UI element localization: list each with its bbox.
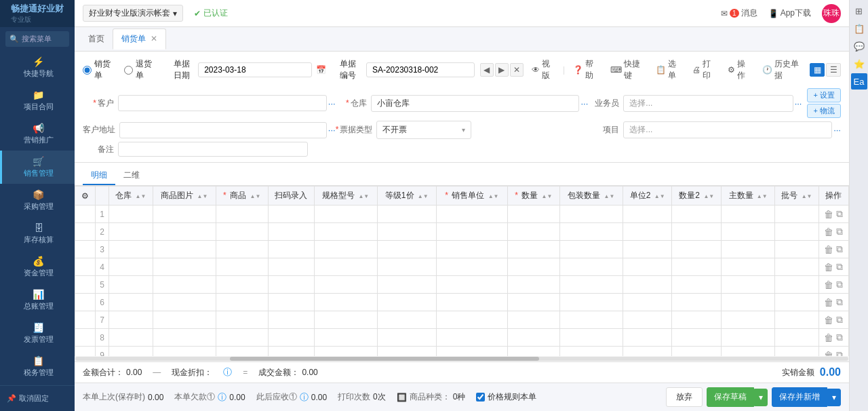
discard-button[interactable]: 放弃	[666, 387, 703, 407]
row-pack-qty[interactable]	[559, 206, 623, 223]
col-spec[interactable]: 规格型号 ▲▼	[314, 187, 377, 206]
delete-row-button[interactable]: 🗑	[824, 315, 833, 326]
sidebar-item-capital[interactable]: 💰 资金管理	[0, 250, 75, 283]
copy-row-button[interactable]: ⧉	[836, 261, 843, 273]
copy-row-button[interactable]: ⧉	[836, 349, 843, 356]
radio-return-order[interactable]: 退货单	[124, 58, 157, 81]
sidebar-item-inventory[interactable]: 🗄 库存核算	[0, 217, 75, 250]
customer-input[interactable]	[118, 95, 327, 111]
rp-button-1[interactable]: ⊞	[851, 3, 867, 19]
col-pack-qty[interactable]: 包装数量 ▲▼	[559, 187, 623, 206]
help-button[interactable]: ❓ 帮助	[569, 57, 602, 83]
sidebar-item-sales[interactable]: 🛒 销售管理	[0, 151, 75, 184]
delete-row-button[interactable]: 🗑	[824, 297, 833, 308]
remark-input[interactable]	[118, 142, 308, 157]
sidebar-item-marketing[interactable]: 📢 营销推广	[0, 117, 75, 151]
tab-home[interactable]: 首页	[80, 29, 113, 49]
project-input[interactable]: 选择...	[623, 121, 832, 138]
col-qty[interactable]: 数量 ▲▼	[507, 187, 559, 206]
company-selector[interactable]: 好业财专业版演示帐套 ▾	[83, 5, 183, 22]
copy-row-button[interactable]: ⧉	[836, 314, 843, 326]
col-product[interactable]: 商品 ▲▼	[216, 187, 268, 206]
row-product[interactable]	[216, 206, 268, 223]
unpin-button[interactable]: 📌 取消固定	[4, 390, 71, 407]
invoice-type-select[interactable]: 不开票 ▾	[376, 121, 471, 139]
col-settings[interactable]: ⚙	[75, 187, 96, 206]
row-barcode[interactable]	[268, 206, 314, 223]
layout-grid-button[interactable]: ▦	[810, 63, 825, 77]
col-warehouse[interactable]: 仓库 ▲▼	[109, 187, 153, 206]
address-more-icon[interactable]: ···	[328, 125, 336, 135]
row-settings[interactable]	[75, 206, 96, 223]
history-button[interactable]: 🕐 历史单据	[758, 57, 806, 83]
salesperson-more-icon[interactable]: ···	[795, 98, 802, 109]
doc-number-input[interactable]	[366, 62, 475, 77]
sidebar-item-invoice[interactable]: 🧾 发票管理	[0, 317, 75, 350]
save-draft-dropdown-arrow[interactable]: ▾	[754, 389, 768, 406]
date-input[interactable]	[198, 62, 312, 77]
project-more-icon[interactable]: ···	[833, 125, 841, 135]
radio-sales-order[interactable]: 销货单	[83, 58, 116, 81]
row-unit2[interactable]	[623, 206, 672, 223]
col-image[interactable]: 商品图片 ▲▼	[153, 187, 216, 206]
customer-more-icon[interactable]: ···	[328, 98, 336, 109]
tab-sales-order[interactable]: 销货单 ✕	[113, 28, 166, 50]
col-batch[interactable]: 批号 ▲▼	[775, 187, 819, 206]
delete-row-button[interactable]: 🗑	[824, 279, 833, 290]
delete-row-button[interactable]: 🗑	[824, 350, 833, 357]
setup-button[interactable]: + 设置	[807, 88, 841, 102]
info-help-icon[interactable]: ⓘ	[223, 366, 232, 378]
save-new-button[interactable]: 保存并新增	[772, 387, 827, 407]
app-download-button[interactable]: 📱 App下载	[768, 7, 811, 19]
col-unit[interactable]: 销售单位 ▲▼	[436, 187, 507, 206]
print-button[interactable]: 🖨 打印	[688, 57, 719, 83]
select-order-button[interactable]: 📋 选单	[652, 57, 685, 83]
row-price[interactable]	[377, 206, 436, 223]
save-new-dropdown-arrow[interactable]: ▾	[827, 389, 841, 406]
calendar-icon[interactable]: 📅	[316, 65, 326, 75]
save-draft-button[interactable]: 保存草稿	[707, 387, 754, 407]
receivable-info-icon[interactable]: ⓘ	[300, 391, 309, 404]
next-record-button[interactable]: ▶	[495, 63, 509, 77]
debt-info-icon[interactable]: ⓘ	[218, 391, 226, 404]
col-barcode[interactable]: 扫码录入	[268, 187, 314, 206]
row-batch[interactable]	[775, 206, 819, 223]
warehouse-input[interactable]: 小亩仓库	[371, 95, 580, 112]
shortcuts-button[interactable]: ⌨ 快捷键	[606, 57, 648, 83]
copy-row-button[interactable]: ⧉	[836, 208, 843, 220]
close-record-button[interactable]: ✕	[510, 63, 524, 77]
tab-close-icon[interactable]: ✕	[151, 34, 157, 43]
tab-2d[interactable]: 二维	[115, 167, 148, 185]
row-main-qty[interactable]	[722, 206, 775, 223]
horizontal-scrollbar[interactable]	[75, 356, 849, 361]
row-settings[interactable]	[75, 223, 96, 241]
col-qty2[interactable]: 数量2 ▲▼	[672, 187, 722, 206]
rp-button-4[interactable]: ⭐	[851, 56, 867, 72]
sidebar-item-quick-nav[interactable]: ⚡ 快捷导航	[0, 51, 75, 84]
sidebar-item-tax[interactable]: 📋 税务管理	[0, 350, 75, 383]
delete-row-button[interactable]: 🗑	[824, 332, 833, 343]
price-rule-checkbox[interactable]	[476, 393, 485, 402]
messages-button[interactable]: ✉ 1 消息	[721, 7, 757, 19]
layout-list-button[interactable]: ☰	[826, 63, 841, 77]
salesperson-input[interactable]: 选择...	[623, 95, 793, 112]
view-button[interactable]: 👁 视版	[528, 57, 559, 83]
row-qty2[interactable]	[672, 206, 722, 223]
row-qty[interactable]	[507, 206, 559, 223]
col-unit2[interactable]: 单位2 ▲▼	[623, 187, 672, 206]
data-table-wrap[interactable]: ⚙ 仓库 ▲▼ 商品图片 ▲▼	[75, 186, 849, 356]
col-main-qty[interactable]: 主数量 ▲▼	[722, 187, 775, 206]
tab-detail[interactable]: 明细	[83, 167, 115, 185]
rp-button-2[interactable]: 📋	[851, 20, 867, 37]
copy-row-button[interactable]: ⧉	[836, 332, 843, 343]
rp-button-5[interactable]: Ea	[851, 73, 867, 90]
row-spec[interactable]	[314, 206, 377, 223]
sidebar-item-project[interactable]: 📁 项目合同	[0, 84, 75, 117]
copy-row-button[interactable]: ⧉	[836, 243, 843, 255]
delete-row-button[interactable]: 🗑	[824, 244, 833, 255]
warehouse-more-icon[interactable]: ···	[580, 98, 588, 109]
search-menu-button[interactable]: 🔍 搜索菜单	[5, 31, 69, 47]
add-logistics-button[interactable]: + 物流	[807, 104, 841, 118]
copy-row-button[interactable]: ⧉	[836, 226, 843, 237]
operate-button[interactable]: ⚙ 操作	[724, 57, 754, 83]
